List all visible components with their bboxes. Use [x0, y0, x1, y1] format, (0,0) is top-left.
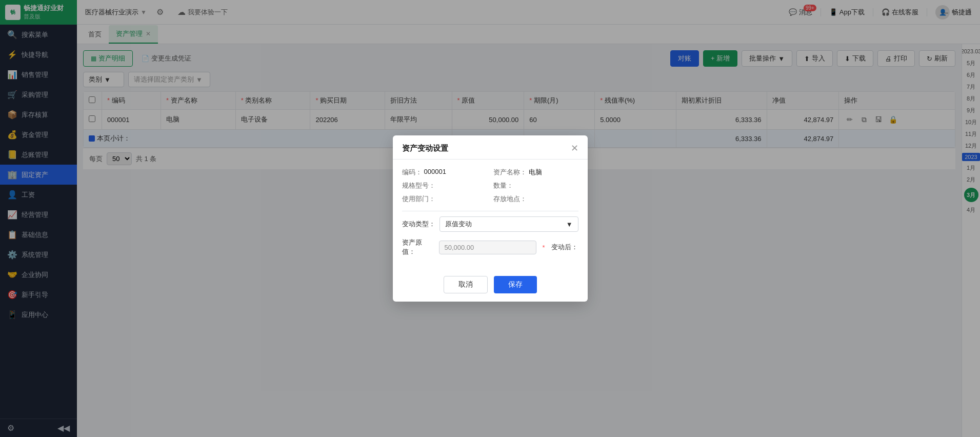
- code-label: 编码：: [402, 168, 422, 177]
- modal-info-location: 存放地点：: [493, 194, 578, 204]
- modal-close-icon[interactable]: ✕: [571, 143, 578, 154]
- asset-value-label: 资产原值：: [402, 238, 435, 256]
- asset-value-input: [439, 241, 536, 254]
- location-label: 存放地点：: [493, 194, 527, 204]
- dept-label: 使用部门：: [402, 194, 435, 204]
- change-type-value: 原值变动: [445, 220, 472, 229]
- quantity-label: 数量：: [493, 181, 513, 190]
- modal-overlay: 资产变动设置 ✕ 编码： 000001 资产名称： 电脑 规格型号： 数量：: [0, 0, 980, 437]
- change-type-chevron-icon: ▼: [566, 221, 573, 228]
- asset-name-label: 资产名称：: [493, 168, 527, 177]
- after-change-label: 变动后：: [551, 243, 584, 252]
- asset-name-value: 电脑: [529, 168, 542, 177]
- modal-info-spec: 规格型号：: [402, 181, 487, 190]
- spec-label: 规格型号：: [402, 181, 435, 190]
- modal-info-quantity: 数量：: [493, 181, 578, 190]
- modal-title: 资产变动设置: [402, 144, 448, 153]
- modal-asset-value-row: 资产原值： * 变动后：: [402, 238, 578, 256]
- modal-header: 资产变动设置 ✕: [393, 135, 588, 160]
- required-star-after-change: *: [543, 244, 545, 251]
- modal-info-code: 编码： 000001: [402, 168, 487, 177]
- asset-change-modal: 资产变动设置 ✕ 编码： 000001 资产名称： 电脑 规格型号： 数量：: [393, 135, 588, 302]
- code-value: 000001: [424, 168, 446, 177]
- change-type-select[interactable]: 原值变动 ▼: [439, 216, 578, 232]
- modal-body: 编码： 000001 资产名称： 电脑 规格型号： 数量： 使用部门：: [393, 160, 588, 271]
- modal-footer: 取消 保存: [393, 271, 588, 302]
- save-button[interactable]: 保存: [494, 276, 537, 293]
- modal-divider: [402, 211, 578, 211]
- cancel-button[interactable]: 取消: [444, 276, 488, 293]
- modal-info-grid: 编码： 000001 资产名称： 电脑 规格型号： 数量： 使用部门：: [402, 168, 578, 204]
- modal-info-dept: 使用部门：: [402, 194, 487, 204]
- change-type-label: 变动类型：: [402, 220, 435, 229]
- modal-change-type-row: 变动类型： 原值变动 ▼: [402, 216, 578, 232]
- modal-info-name: 资产名称： 电脑: [493, 168, 578, 177]
